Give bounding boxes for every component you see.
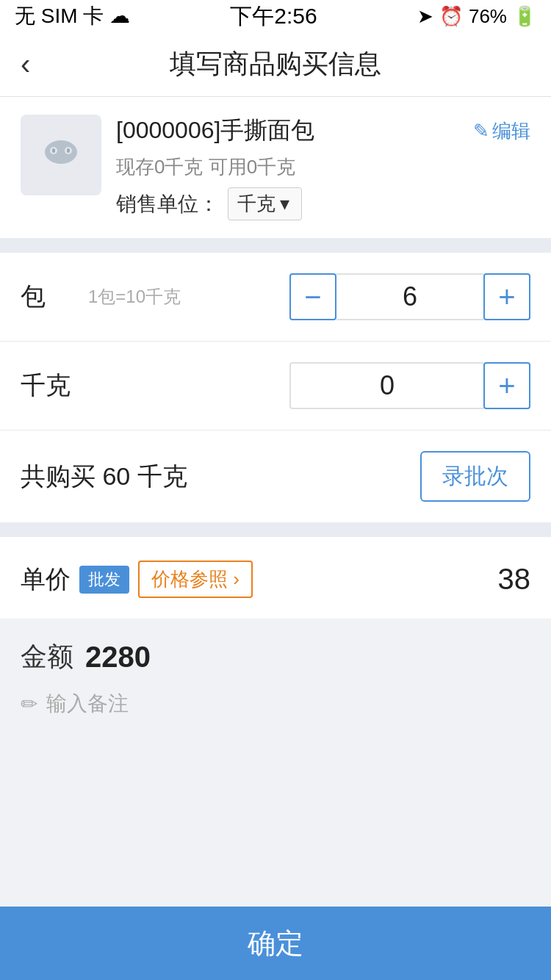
unit-value: 千克 (237, 191, 276, 217)
pencil-icon: ✏ (21, 692, 37, 716)
confirm-button[interactable]: 确定 (0, 907, 551, 980)
status-left: 无 SIM 卡 ☁ (15, 2, 130, 30)
svg-point-0 (45, 140, 77, 164)
nav-bar: ‹ 填写商品购买信息 (0, 32, 551, 97)
kg-plus-button[interactable]: + (483, 362, 530, 409)
dropdown-icon: ▾ (280, 192, 289, 215)
confirm-label: 确定 (248, 925, 303, 962)
status-bar: 无 SIM 卡 ☁ 下午2:56 ➤ ⏰ 76% 🔋 (0, 0, 551, 32)
divider-2 (0, 522, 551, 537)
total-text: 共购买 60 千克 (21, 460, 187, 494)
product-logo-icon (37, 131, 84, 179)
total-unit: 千克 (137, 462, 187, 490)
kg-number-control: + (289, 362, 530, 409)
unit-label: 销售单位： (116, 190, 219, 218)
total-amount: 60 (102, 462, 130, 490)
battery-status: 76% (469, 5, 507, 28)
product-info: [0000006]手撕面包 ✎ 编辑 现存0千克 可用0千克 销售单位： 千克 … (116, 115, 530, 220)
package-label: 包 (21, 280, 79, 314)
edit-icon: ✎ (473, 120, 489, 143)
divider-1 (0, 238, 551, 253)
edit-label: 编辑 (492, 118, 530, 144)
package-number-control: − + (289, 273, 530, 320)
price-ref-button[interactable]: 价格参照 › (138, 561, 253, 598)
package-input-section: 包 1包=10千克 − + 千克 + (0, 253, 551, 430)
product-unit-row: 销售单位： 千克 ▾ (116, 187, 530, 220)
product-stock: 现存0千克 可用0千克 (116, 154, 530, 180)
back-button[interactable]: ‹ (21, 48, 30, 81)
package-plus-button[interactable]: + (483, 273, 530, 320)
product-image (21, 115, 101, 195)
total-prefix: 共购买 (21, 462, 96, 490)
product-name: [0000006]手撕面包 (116, 115, 314, 147)
total-row: 共购买 60 千克 录批次 (0, 430, 551, 522)
note-row[interactable]: ✏ 输入备注 (21, 690, 530, 718)
kg-label: 千克 (21, 369, 79, 403)
location-icon: ➤ (417, 5, 433, 28)
package-minus-button[interactable]: − (289, 273, 336, 320)
batch-button[interactable]: 录批次 (420, 451, 530, 502)
price-tag: 批发 (79, 566, 129, 594)
product-card: [0000006]手撕面包 ✎ 编辑 现存0千克 可用0千克 销售单位： 千克 … (0, 97, 551, 238)
svg-point-4 (67, 148, 70, 153)
page-title: 填写商品购买信息 (170, 46, 381, 82)
amount-label: 金额 (21, 639, 73, 675)
package-input-row: 包 1包=10千克 − + (0, 253, 551, 342)
amount-value: 2280 (85, 641, 151, 674)
status-right: ➤ ⏰ 76% 🔋 (417, 5, 536, 28)
price-value: 38 (498, 563, 531, 596)
package-input[interactable] (336, 273, 483, 320)
package-hint: 1包=10千克 (88, 285, 289, 309)
note-placeholder: 输入备注 (46, 690, 129, 718)
sim-status: 无 SIM 卡 ☁ (15, 2, 130, 30)
svg-point-3 (52, 148, 55, 153)
price-label: 单价 (21, 563, 71, 597)
battery-icon: 🔋 (513, 5, 536, 28)
kg-input-row: 千克 + (0, 342, 551, 430)
amount-row: 金额 2280 (21, 639, 530, 675)
edit-button[interactable]: ✎ 编辑 (473, 118, 530, 144)
kg-input[interactable] (289, 362, 483, 409)
unit-select[interactable]: 千克 ▾ (228, 187, 302, 220)
price-row: 单价 批发 价格参照 › 38 (21, 561, 530, 598)
status-time: 下午2:56 (230, 1, 317, 32)
amount-section: 金额 2280 ✏ 输入备注 (0, 619, 551, 729)
price-section: 单价 批发 价格参照 › 38 (0, 537, 551, 619)
alarm-icon: ⏰ (439, 5, 463, 28)
price-label-group: 单价 批发 价格参照 › (21, 561, 253, 598)
